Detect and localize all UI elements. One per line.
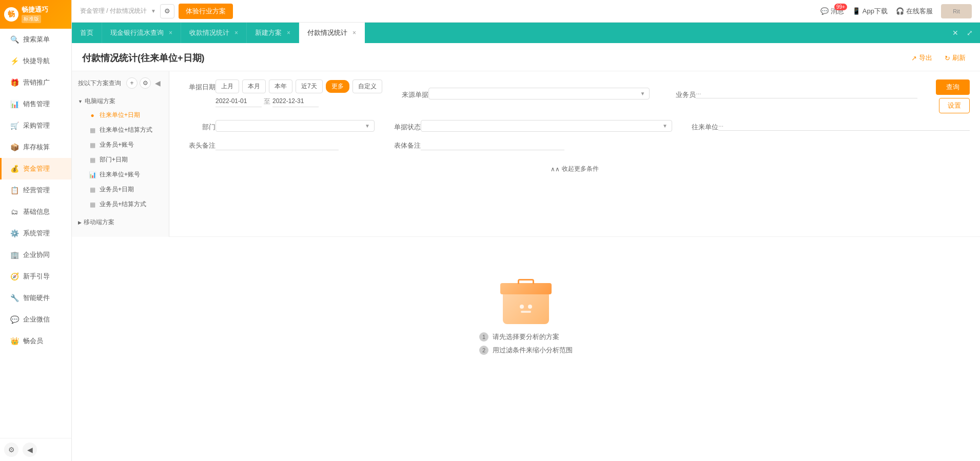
scheme-item-unit-settle[interactable]: ▦ 往来单位+结算方式 <box>78 123 163 137</box>
date-filter-content: 上月 本月 本年 近7天 更多 自定义 至 <box>215 79 382 107</box>
robot-eye-right <box>528 305 532 309</box>
tab-cashflow[interactable]: 现金银行流水查询 × <box>102 23 181 43</box>
source-select[interactable]: ▼ <box>428 88 650 99</box>
filter-row-2: 部门 ▼ 单据状态 ▼ <box>180 119 970 132</box>
tab-collection-close[interactable]: × <box>234 29 238 36</box>
scheme-desktop-header[interactable]: ▼ 电脑端方案 <box>78 95 163 108</box>
sidebar-item-search[interactable]: 🔍 搜索菜单 <box>0 29 71 50</box>
date-buttons: 上月 本月 本年 近7天 更多 自定义 <box>215 79 382 93</box>
refresh-icon: ↻ <box>945 54 950 62</box>
sidebar-item-marketing[interactable]: 🎁 营销推广 <box>0 72 71 93</box>
sidebar-item-member[interactable]: 👑 畅会员 <box>0 330 71 352</box>
sidebar-item-purchase[interactable]: 🛒 采购管理 <box>0 115 71 136</box>
sidebar-item-label: 营销推广 <box>23 78 50 87</box>
sidebar-item-operation[interactable]: 📋 经营管理 <box>0 179 71 201</box>
dept-label: 部门 <box>180 119 215 132</box>
footer-settings-btn[interactable]: ⚙ <box>4 443 18 457</box>
scheme-item-label: 业务员+结算方式 <box>100 200 146 209</box>
sidebar: 畅 畅捷通巧 标准版 🔍 搜索菜单 ⚡ 快捷导航 🎁 营销推广 📊 销售管理 <box>0 0 72 461</box>
current-year-btn[interactable]: 本年 <box>269 79 292 93</box>
sidebar-item-corp[interactable]: 🏢 企业协同 <box>0 244 71 266</box>
user-avatar[interactable]: Rit <box>941 4 972 18</box>
member-icon: 👑 <box>10 336 19 346</box>
date-end-input[interactable] <box>272 95 319 107</box>
sidebar-item-finance[interactable]: 💰 资金管理 <box>0 158 71 179</box>
sidebar-tag: 标准版 <box>22 15 41 23</box>
staff-input-area[interactable]: ... <box>696 89 917 98</box>
collapse-more-button[interactable]: ∧∧ 收起更多条件 <box>546 161 603 177</box>
remark-header-input[interactable] <box>215 138 339 150</box>
tab-new-scheme[interactable]: 新建方案 × <box>247 23 299 43</box>
tab-close-all-btn[interactable]: ✕ <box>949 27 962 39</box>
tab-payment-close[interactable]: × <box>352 29 356 36</box>
query-button[interactable]: 查询 <box>936 79 970 95</box>
online-service-label: 在线客服 <box>906 7 933 16</box>
current-month-btn[interactable]: 本月 <box>242 79 266 93</box>
refresh-button[interactable]: ↻ 刷新 <box>940 51 970 65</box>
header-settings-button[interactable]: ⚙ <box>160 4 174 18</box>
hint-num-2: 2 <box>479 346 488 355</box>
triangle-right-icon: ▶ <box>78 220 82 225</box>
app-download-action[interactable]: 📱 App下载 <box>852 7 888 16</box>
sidebar-item-quick-nav[interactable]: ⚡ 快捷导航 <box>0 50 71 72</box>
source-filter-block: 来源单据 ▼ <box>393 87 650 99</box>
export-button[interactable]: ↗ 导出 <box>907 51 936 65</box>
partner-input-area[interactable]: ... <box>718 121 970 131</box>
message-icon: 💬 <box>820 7 829 15</box>
tab-home[interactable]: 首页 <box>72 23 102 43</box>
messages-action[interactable]: 💬 消息 99+ <box>820 7 844 16</box>
tab-cashflow-close[interactable]: × <box>169 29 172 36</box>
sidebar-item-basic[interactable]: 🗂 基础信息 <box>0 201 71 223</box>
online-service-action[interactable]: 🎧 在线客服 <box>896 7 933 16</box>
sales-icon: 📊 <box>10 99 19 109</box>
custom-btn[interactable]: 自定义 <box>352 79 382 93</box>
scheme-item-unit-date[interactable]: ● 往来单位+日期 <box>78 108 163 123</box>
tab-collection[interactable]: 收款情况统计 × <box>181 23 247 43</box>
scheme-collapse-btn[interactable]: ◀ <box>153 78 163 88</box>
sidebar-item-wechat[interactable]: 💬 企业微信 <box>0 309 71 330</box>
scheme-item-staff-settle[interactable]: ▦ 业务员+结算方式 <box>78 197 163 212</box>
sidebar-item-label: 新手引导 <box>23 272 50 281</box>
remark-body-input[interactable] <box>421 138 564 150</box>
empty-hint-1: 1 请先选择要分析的方案 <box>479 332 573 342</box>
wechat-icon: 💬 <box>10 315 19 324</box>
scheme-item-staff-account[interactable]: ▦ 业务员+账号 <box>78 137 163 152</box>
robot-eyes <box>520 305 532 309</box>
last-month-btn[interactable]: 上月 <box>215 79 239 93</box>
more-btn[interactable]: 更多 <box>326 80 349 93</box>
empty-state: 1 请先选择要分析的方案 2 用过滤条件来缩小分析范围 <box>72 237 980 386</box>
add-icon: + <box>130 79 133 87</box>
filter-settings-button[interactable]: 设置 <box>939 98 970 113</box>
sidebar-item-guide[interactable]: 🧭 新手引导 <box>0 266 71 287</box>
tab-payment[interactable]: 付款情况统计 × <box>299 23 365 43</box>
gear-icon: ⚙ <box>143 79 148 87</box>
chevron-left-icon: ◀ <box>155 79 161 87</box>
scheme-settings-btn[interactable]: ⚙ <box>140 77 151 89</box>
sidebar-item-label: 搜索菜单 <box>23 35 50 44</box>
trial-button[interactable]: 体验行业方案 <box>179 4 233 19</box>
scheme-item-unit-account[interactable]: 📊 往来单位+账号 <box>78 167 163 182</box>
hardware-icon: 🔧 <box>10 293 19 303</box>
sidebar-item-hardware[interactable]: 🔧 智能硬件 <box>0 287 71 309</box>
footer-collapse-btn[interactable]: ◀ <box>23 443 37 457</box>
scheme-mobile-header[interactable]: ▶ 移动端方案 <box>78 216 163 229</box>
tab-maximize-btn[interactable]: ⤢ <box>964 27 976 39</box>
scheme-item-staff-date[interactable]: ▦ 业务员+日期 <box>78 182 163 197</box>
staff-label: 业务员 <box>660 87 696 99</box>
sidebar-item-label: 库存核算 <box>23 143 50 152</box>
date-start-input[interactable] <box>215 95 262 107</box>
collapse-more-label: 收起更多条件 <box>562 165 599 173</box>
scheme-item-dept-date[interactable]: ▦ 部门+日期 <box>78 152 163 167</box>
content-area: 按以下方案查询 + ⚙ ◀ <box>72 71 980 237</box>
sidebar-item-sales[interactable]: 📊 销售管理 <box>0 93 71 115</box>
sidebar-item-inventory[interactable]: 📦 库存核算 <box>0 136 71 158</box>
table4-icon: ▦ <box>88 186 96 194</box>
last-7-days-btn[interactable]: 近7天 <box>296 79 323 93</box>
inventory-icon: 📦 <box>10 143 19 152</box>
docstatus-select[interactable]: ▼ <box>421 120 672 132</box>
sidebar-item-system[interactable]: ⚙️ 系统管理 <box>0 223 71 244</box>
staff-placeholder: ... <box>696 89 701 96</box>
add-scheme-btn[interactable]: + <box>126 77 138 89</box>
dept-select[interactable]: ▼ <box>215 120 375 132</box>
tab-new-scheme-close[interactable]: × <box>287 29 290 36</box>
